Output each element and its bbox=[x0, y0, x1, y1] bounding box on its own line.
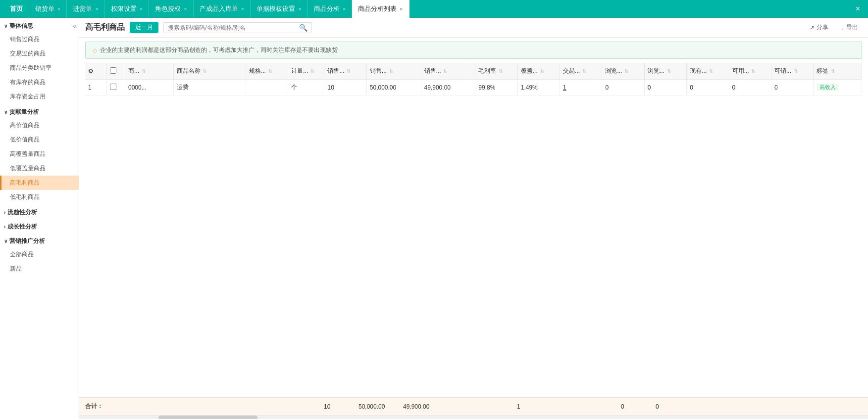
col-header-spec[interactable]: 规格... ⇅ bbox=[246, 63, 288, 80]
nav-tab-template[interactable]: 单据模板设置× bbox=[251, 0, 307, 18]
footer-cell-6: 10 bbox=[321, 403, 356, 410]
sort-icon-sales-amount: ⇅ bbox=[388, 68, 393, 74]
export-button[interactable]: ↓ 导出 bbox=[837, 22, 862, 33]
sidebar-collapse-button[interactable]: « bbox=[73, 22, 77, 30]
footer-cell-14: 0 bbox=[618, 403, 653, 410]
sidebar-group-overall-info: ∨整体信息销售过商品交易过的商品商品分类助销率有库存的商品库存资金占用 bbox=[0, 18, 79, 104]
share-button[interactable]: ↗ 分享 bbox=[806, 22, 832, 33]
sidebar-group-title-marketing-analysis[interactable]: ∨营销推广分析 bbox=[0, 233, 79, 247]
close-tab-role[interactable]: × bbox=[184, 6, 187, 12]
col-header-settings[interactable]: ⚙ bbox=[85, 63, 107, 80]
col-header-current-stock[interactable]: 现有... ⇅ bbox=[687, 63, 729, 80]
transaction-link[interactable]: 1 bbox=[563, 84, 566, 91]
col-header-browse2[interactable]: 浏览... ⇅ bbox=[644, 63, 686, 80]
close-tab-sales[interactable]: × bbox=[57, 6, 60, 12]
footer-cell-8: 49,900.00 bbox=[400, 403, 445, 410]
filter-recent-month-button[interactable]: 近一月 bbox=[130, 22, 158, 33]
sort-icon-name: ⇅ bbox=[202, 68, 207, 74]
sort-icon-margin-rate: ⇅ bbox=[497, 68, 503, 74]
sidebar-group-label-marketing-analysis: 营销推广分析 bbox=[9, 237, 45, 245]
nav-tab-purchase[interactable]: 进货单× bbox=[67, 0, 104, 18]
footer-cell-9 bbox=[445, 403, 479, 410]
sidebar-item-inventory-goods[interactable]: 有库存的商品 bbox=[0, 75, 79, 90]
sidebar-group-growth-analysis: ›成长性分析 bbox=[0, 219, 79, 233]
sort-icon-sales-cost: ⇅ bbox=[442, 68, 448, 74]
bottom-scrollbar[interactable] bbox=[79, 415, 868, 419]
col-header-tag[interactable]: 标签 ⇅ bbox=[814, 63, 862, 80]
col-header-code[interactable]: 商... ⇅ bbox=[125, 63, 173, 80]
sidebar-item-high-freq[interactable]: 高覆盖量商品 bbox=[0, 147, 79, 161]
col-header-unit[interactable]: 计量... ⇅ bbox=[288, 63, 324, 80]
sidebar-group-title-growth-analysis[interactable]: ›成长性分析 bbox=[0, 219, 79, 233]
sidebar-item-all-goods[interactable]: 全部商品 bbox=[0, 247, 79, 262]
footer-cell-5 bbox=[291, 403, 321, 410]
footer-cell-17 bbox=[722, 403, 762, 410]
col-header-sales-amount[interactable]: 销售... ⇅ bbox=[366, 63, 421, 80]
col-header-transaction[interactable]: 交易... ⇅ bbox=[560, 63, 602, 80]
cell-sales-cost-row-0: 49,900.00 bbox=[421, 80, 475, 95]
sidebar-item-low-freq[interactable]: 低覆盖量商品 bbox=[0, 161, 79, 176]
close-tab-product-analysis-list[interactable]: × bbox=[400, 6, 403, 12]
close-tab-stock-in[interactable]: × bbox=[241, 6, 244, 12]
arrow-right-icon: › bbox=[4, 224, 5, 230]
col-header-browse1[interactable]: 浏览... ⇅ bbox=[602, 63, 644, 80]
col-header-saleable[interactable]: 可销... ⇅ bbox=[771, 63, 813, 80]
col-header-available[interactable]: 可用... ⇅ bbox=[729, 63, 771, 80]
sidebar-item-sales-goods[interactable]: 销售过商品 bbox=[0, 32, 79, 47]
sidebar-item-abc-analysis[interactable]: 商品分类助销率 bbox=[0, 61, 79, 75]
sort-icon-tag: ⇅ bbox=[829, 68, 835, 74]
search-icon[interactable]: 🔍 bbox=[299, 24, 307, 32]
sidebar-item-high-value[interactable]: 高价值商品 bbox=[0, 118, 79, 133]
sidebar-item-low-margin[interactable]: 低毛利商品 bbox=[0, 190, 79, 204]
col-header-name[interactable]: 商品名称 ⇅ bbox=[173, 63, 246, 80]
col-header-margin-rate[interactable]: 毛利率 ⇅ bbox=[475, 63, 517, 80]
sort-icon-browse2: ⇅ bbox=[665, 68, 671, 74]
cell-browse1-row-0: 0 bbox=[602, 80, 644, 95]
close-tab-purchase[interactable]: × bbox=[95, 6, 98, 12]
col-header-sales-qty[interactable]: 销售... ⇅ bbox=[324, 63, 366, 80]
cell-checkbox-row-0[interactable] bbox=[107, 80, 125, 95]
col-header-checkbox[interactable] bbox=[107, 63, 125, 80]
sidebar-item-low-value[interactable]: 低价值商品 bbox=[0, 133, 79, 147]
cell-transaction-row-0[interactable]: 1 bbox=[560, 80, 602, 95]
close-tab-template[interactable]: × bbox=[298, 6, 301, 12]
sidebar-group-title-overall-info[interactable]: ∨整体信息 bbox=[0, 18, 79, 32]
arrow-down-icon: ∨ bbox=[4, 238, 7, 244]
window-close-button[interactable]: × bbox=[852, 4, 864, 13]
sidebar-group-title-wealth-analysis[interactable]: ∨贡献量分析 bbox=[0, 104, 79, 118]
footer-cell-4 bbox=[256, 403, 291, 410]
cell-name-row-0: 运费 bbox=[173, 80, 246, 95]
nav-tab-product-analysis-list[interactable]: 商品分析列表× bbox=[352, 0, 409, 18]
col-header-sales-cost[interactable]: 销售... ⇅ bbox=[421, 63, 475, 80]
nav-tab-permission[interactable]: 权限设置× bbox=[105, 0, 149, 18]
sidebar-item-new-goods[interactable]: 新品 bbox=[0, 262, 79, 276]
sidebar-group-label-overall-info: 整体信息 bbox=[9, 22, 33, 30]
sidebar-item-high-margin[interactable]: 高毛利商品 bbox=[0, 176, 79, 190]
sidebar-item-traded-goods[interactable]: 交易过的商品 bbox=[0, 47, 79, 61]
nav-tab-product-analysis[interactable]: 商品分析× bbox=[308, 0, 352, 18]
scrollbar-thumb[interactable] bbox=[158, 416, 257, 419]
nav-tab-role[interactable]: 角色授权× bbox=[149, 0, 193, 18]
select-all-checkbox[interactable] bbox=[110, 67, 116, 74]
cell-unit-row-0: 个 bbox=[288, 80, 324, 95]
sidebar-group-title-trend-analysis[interactable]: ›流趋性分析 bbox=[0, 204, 79, 219]
nav-tab-sales[interactable]: 销货单× bbox=[29, 0, 67, 18]
close-tab-product-analysis[interactable]: × bbox=[343, 6, 346, 12]
nav-tab-stock-in[interactable]: 产成品入库单× bbox=[194, 0, 251, 18]
settings-icon[interactable]: ⚙ bbox=[88, 68, 94, 75]
close-tab-permission[interactable]: × bbox=[140, 6, 143, 12]
search-input[interactable] bbox=[168, 24, 299, 31]
sidebar-group-marketing-analysis: ∨营销推广分析全部商品新品 bbox=[0, 233, 79, 276]
sidebar-group-label-growth-analysis: 成长性分析 bbox=[7, 223, 37, 231]
sidebar-item-inventory-capital[interactable]: 库存资金占用 bbox=[0, 90, 79, 104]
table-container: ⚙商... ⇅商品名称 ⇅规格... ⇅计量... ⇅销售... ⇅销售... … bbox=[79, 63, 868, 397]
tag-badge: 高收入 bbox=[817, 84, 839, 91]
row-checkbox[interactable] bbox=[110, 84, 116, 90]
col-header-coverage[interactable]: 覆盖... ⇅ bbox=[517, 63, 560, 80]
arrow-right-icon: › bbox=[4, 210, 5, 215]
search-box: 🔍 bbox=[163, 22, 312, 33]
cell-sales-amount-row-0: 50,000.00 bbox=[366, 80, 421, 95]
sort-icon-saleable: ⇅ bbox=[792, 68, 798, 74]
cell-tag-row-0: 高收入 bbox=[814, 80, 862, 95]
nav-tab-home[interactable]: 首页 bbox=[4, 0, 29, 18]
